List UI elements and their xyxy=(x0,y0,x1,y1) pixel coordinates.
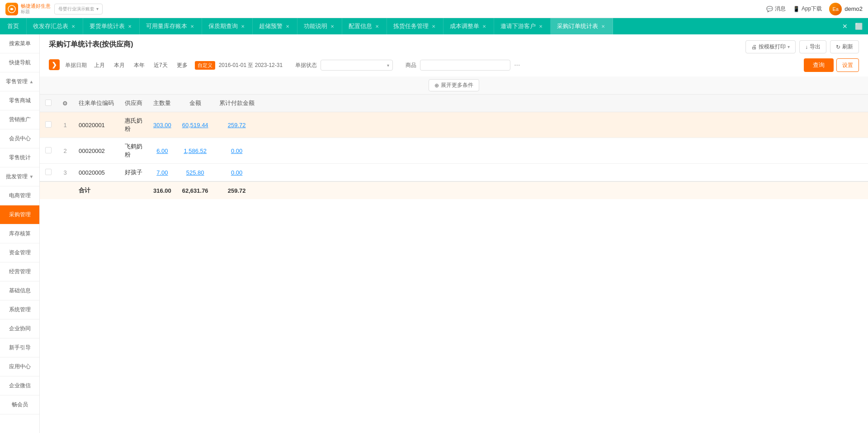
sidebar-item-inventory[interactable]: 库存核算 xyxy=(0,224,39,243)
top-bar-left: 畅捷通好生意 标题 母婴行业演示账套 ▾ xyxy=(5,3,103,15)
sidebar-item-enterprise[interactable]: 企业协同 xyxy=(0,319,39,338)
goods-input-more-icon[interactable]: ··· xyxy=(514,62,520,69)
message-btn[interactable]: 💬 消息 xyxy=(766,5,786,13)
row-qty-1[interactable]: 6.00 xyxy=(148,138,177,164)
tab-home[interactable]: 首页 xyxy=(0,18,27,34)
phone-icon: 📱 xyxy=(793,6,800,12)
footer-paid: 259.72 xyxy=(214,181,260,199)
row-select-checkbox-2[interactable] xyxy=(45,169,52,175)
row-checkbox-2[interactable] xyxy=(40,164,57,182)
tab-picking-task[interactable]: 拣货任务管理 ✕ xyxy=(387,18,443,34)
shortcut-7-days[interactable]: 近7天 xyxy=(150,61,171,70)
expand-conditions-btn[interactable]: ⊕ 展开更多条件 xyxy=(429,79,479,91)
row-supplier-0: 惠氏奶粉 xyxy=(119,112,148,138)
close-tab-function-desc[interactable]: ✕ xyxy=(329,23,335,29)
user-area[interactable]: Ea demo2 xyxy=(829,3,863,15)
tab-receive-send[interactable]: 收发存汇总表 ✕ xyxy=(27,18,83,34)
sidebar-item-ecommerce[interactable]: 电商管理 xyxy=(0,186,39,205)
close-tab-receive-send[interactable]: ✕ xyxy=(70,23,76,29)
export-btn[interactable]: ↓ 导出 xyxy=(799,40,826,53)
sidebar-item-operations[interactable]: 经营管理 xyxy=(0,262,39,281)
tab-shelf-life[interactable]: 保质期查询 ✕ xyxy=(202,18,253,34)
row-paid-0[interactable]: 259.72 xyxy=(214,112,260,138)
row-num-2: 3 xyxy=(57,164,73,182)
close-tab-order-summary[interactable]: ✕ xyxy=(127,23,133,29)
close-all-tabs-btn[interactable]: ✕ xyxy=(840,21,849,32)
row-amount-1[interactable]: 1,586.52 xyxy=(177,138,214,164)
sidebar-item-search[interactable]: 搜索菜单 xyxy=(0,34,39,53)
row-select-checkbox-1[interactable] xyxy=(45,147,52,153)
goods-label: 商品 xyxy=(406,62,416,69)
tab-function-desc[interactable]: 功能说明 ✕ xyxy=(297,18,342,34)
username-label: demo2 xyxy=(844,5,863,12)
row-qty-2[interactable]: 7.00 xyxy=(148,164,177,182)
sidebar-item-quick-nav[interactable]: 快捷导航 xyxy=(0,53,39,72)
logo-icon xyxy=(5,3,18,15)
status-select-wrapper[interactable] xyxy=(321,60,393,71)
sidebar-item-finance[interactable]: 资金管理 xyxy=(0,243,39,262)
sidebar-item-enterprise-wechat[interactable]: 企业微信 xyxy=(0,376,39,395)
settings-icon[interactable]: ⚙ xyxy=(62,100,68,107)
sidebar-item-app-center[interactable]: 应用中心 xyxy=(0,357,39,376)
select-all-checkbox[interactable] xyxy=(45,100,52,106)
print-btn[interactable]: 🖨 按模板打印 ▾ xyxy=(745,40,796,53)
row-amount-0[interactable]: 60,519.44 xyxy=(177,112,214,138)
filter-row: ❯ 单据日期 上月 本月 本年 近7天 更多 自定义 2016-01-01 至 xyxy=(49,58,859,76)
logo-area: 畅捷通好生意 标题 xyxy=(5,3,51,15)
app-download-btn[interactable]: 📱 App下载 xyxy=(793,5,822,13)
sidebar-item-marketing[interactable]: 营销推广 xyxy=(0,110,39,129)
status-select[interactable] xyxy=(321,60,393,71)
sidebar-item-system[interactable]: 系统管理 xyxy=(0,300,39,319)
sidebar-item-retail-stats[interactable]: 零售统计 xyxy=(0,148,39,167)
shortcut-this-month[interactable]: 本月 xyxy=(110,61,128,70)
close-tab-invite-downstream[interactable]: ✕ xyxy=(538,23,544,29)
expand-toggle-btn[interactable]: ❯ xyxy=(49,59,60,70)
shortcut-this-year[interactable]: 本年 xyxy=(130,61,148,70)
expand-icon: ⊕ xyxy=(434,82,439,89)
nav-tabs: 首页 收发存汇总表 ✕ 要货单统计表 ✕ 可用量库存账本 ✕ 保质期查询 ✕ 超… xyxy=(0,18,868,34)
tab-order-summary[interactable]: 要货单统计表 ✕ xyxy=(83,18,140,34)
row-num-0: 1 xyxy=(57,112,73,138)
sidebar-item-vip[interactable]: 畅会员 xyxy=(0,395,39,414)
shortcut-last-month[interactable]: 上月 xyxy=(90,61,108,70)
collapse-toggle[interactable]: ❯ xyxy=(49,59,60,70)
close-tab-picking-task[interactable]: ✕ xyxy=(430,23,437,29)
sidebar-item-new-user[interactable]: 新手引导 xyxy=(0,338,39,357)
tab-purchase-summary[interactable]: 采购订单统计表 ✕ xyxy=(551,18,613,34)
page-action-group: 🖨 按模板打印 ▾ ↓ 导出 ↻ 刷新 xyxy=(745,40,859,53)
goods-input[interactable] xyxy=(420,60,510,71)
shortcut-more[interactable]: 更多 xyxy=(173,61,191,70)
close-tab-purchase-summary[interactable]: ✕ xyxy=(600,23,606,29)
tab-cost-adjust[interactable]: 成本调整单 ✕ xyxy=(443,18,494,34)
row-amount-2[interactable]: 525.80 xyxy=(177,164,214,182)
close-tab-available-stock[interactable]: ✕ xyxy=(189,23,195,29)
close-tab-shelf-life[interactable]: ✕ xyxy=(240,23,246,29)
chevron-down-icon-wholesale: ▼ xyxy=(29,174,34,179)
row-paid-1[interactable]: 0.00 xyxy=(214,138,260,164)
sidebar-item-purchase[interactable]: 采购管理 xyxy=(0,205,39,224)
row-checkbox-1[interactable] xyxy=(40,138,57,164)
table-row: 3 00020005 好孩子 7.00 525.80 0.00 xyxy=(40,164,868,182)
row-select-checkbox-0[interactable] xyxy=(45,121,52,128)
tab-invite-downstream[interactable]: 邀请下游客户 ✕ xyxy=(494,18,551,34)
workspace-selector[interactable]: 母婴行业演示账套 ▾ xyxy=(54,4,103,14)
sidebar-item-retail-mgmt[interactable]: 零售管理 ▲ xyxy=(0,72,39,91)
query-btn[interactable]: 查询 xyxy=(804,58,834,72)
sidebar-item-base-info[interactable]: 基础信息 xyxy=(0,281,39,300)
sidebar-item-member[interactable]: 会员中心 xyxy=(0,129,39,148)
refresh-btn[interactable]: ↻ 刷新 xyxy=(830,40,859,53)
close-tab-overstock[interactable]: ✕ xyxy=(284,23,291,29)
maximize-btn[interactable]: ⬜ xyxy=(853,21,864,32)
row-qty-0[interactable]: 303.00 xyxy=(148,112,177,138)
row-checkbox-0[interactable] xyxy=(40,112,57,138)
settings-btn[interactable]: 设置 xyxy=(836,58,859,72)
close-tab-cost-adjust[interactable]: ✕ xyxy=(481,23,487,29)
close-tab-config-info[interactable]: ✕ xyxy=(374,23,380,29)
custom-date-badge[interactable]: 自定义 xyxy=(195,61,215,70)
tab-overstock[interactable]: 超储预警 ✕ xyxy=(253,18,297,34)
tab-config-info[interactable]: 配置信息 ✕ xyxy=(342,18,387,34)
row-paid-2[interactable]: 0.00 xyxy=(214,164,260,182)
sidebar-item-wholesale[interactable]: 批发管理 ▼ xyxy=(0,167,39,186)
tab-available-stock[interactable]: 可用量库存账本 ✕ xyxy=(140,18,202,34)
sidebar-item-retail-store[interactable]: 零售商城 xyxy=(0,91,39,110)
